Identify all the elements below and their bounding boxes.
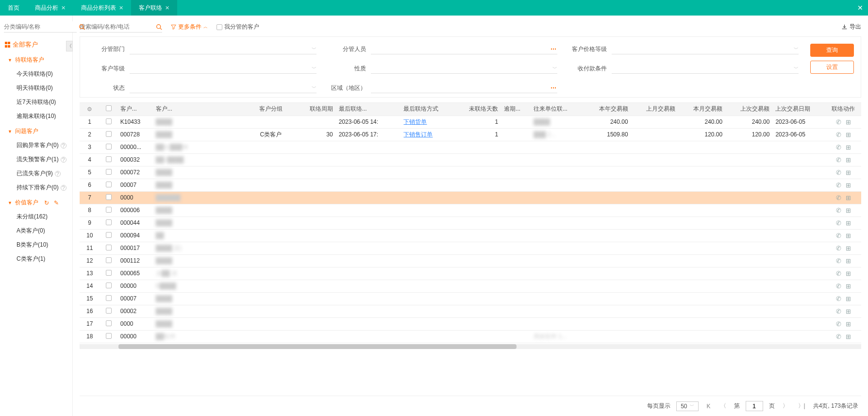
row-checkbox[interactable] xyxy=(106,320,112,326)
table-row[interactable]: 13000065乡██ 涛✆ ⊞ xyxy=(80,267,861,280)
tree-item[interactable]: 逾期未联络(10) xyxy=(3,109,69,123)
col-header[interactable]: 联络周期 xyxy=(295,103,336,116)
col-header[interactable]: 最后联络... xyxy=(336,103,401,116)
table-row[interactable]: 5000072████✆ ⊞ xyxy=(80,166,861,179)
row-checkbox[interactable] xyxy=(106,308,112,314)
more-action-icon[interactable]: ⊞ xyxy=(846,333,851,340)
pager-next-icon[interactable]: 〉 xyxy=(781,402,790,410)
filter-input[interactable]: ⋯ xyxy=(371,83,558,93)
table-row[interactable]: 170000████✆ ⊞ xyxy=(80,317,861,330)
help-icon[interactable]: ? xyxy=(61,143,67,149)
search-icon[interactable] xyxy=(156,24,162,30)
col-header[interactable]: ⚙ xyxy=(80,103,100,116)
contact-action-icon[interactable]: ✆ xyxy=(836,144,841,151)
col-header[interactable]: 客户... xyxy=(117,103,153,116)
more-action-icon[interactable]: ⊞ xyxy=(846,320,851,328)
table-row[interactable]: 12000112████✆ ⊞ xyxy=(80,254,861,267)
filter-input[interactable]: ⋯ xyxy=(371,44,558,54)
tree-group[interactable]: ▼问题客户 xyxy=(3,123,69,138)
contact-action-icon[interactable]: ✆ xyxy=(836,182,841,189)
filter-input[interactable]: ﹀ xyxy=(130,83,317,93)
table-row[interactable]: 4000032██2████✆ ⊞ xyxy=(80,153,861,166)
row-checkbox[interactable] xyxy=(106,333,112,339)
more-action-icon[interactable]: ⊞ xyxy=(846,144,851,151)
col-header[interactable]: 逾期... xyxy=(501,103,531,116)
col-header[interactable]: 客户... xyxy=(153,103,248,116)
query-button[interactable]: 查询 xyxy=(810,44,854,57)
close-all-tabs-icon[interactable]: ✕ xyxy=(857,0,863,16)
table-row[interactable]: 8000006████✆ ⊞ xyxy=(80,204,861,216)
more-action-icon[interactable]: ⊞ xyxy=(846,118,851,126)
contact-action-icon[interactable]: ✆ xyxy=(836,207,841,214)
contact-action-icon[interactable]: ✆ xyxy=(836,308,841,315)
filter-input[interactable]: ﹀ xyxy=(371,63,558,74)
more-action-icon[interactable]: ⊞ xyxy=(846,283,851,290)
more-action-icon[interactable]: ⊞ xyxy=(846,232,851,239)
refresh-icon[interactable]: ↻ xyxy=(44,200,49,206)
more-action-icon[interactable]: ⊞ xyxy=(846,257,851,265)
row-checkbox[interactable] xyxy=(106,156,112,162)
contact-action-icon[interactable]: ✆ xyxy=(836,283,841,290)
table-row[interactable]: 1800000██软件用友软件 1...✆ ⊞ xyxy=(80,330,861,343)
col-header[interactable]: 联络动作 xyxy=(826,103,861,116)
help-icon[interactable]: ? xyxy=(55,171,61,177)
tab-商品分析[interactable]: 商品分析✕ xyxy=(27,0,73,16)
pager-prev-icon[interactable]: 〈 xyxy=(718,402,728,410)
more-action-icon[interactable]: ⊞ xyxy=(846,270,851,277)
table-row[interactable]: 9000044████✆ ⊞ xyxy=(80,216,861,229)
more-action-icon[interactable]: ⊞ xyxy=(846,194,851,201)
more-action-icon[interactable]: ⊞ xyxy=(846,245,851,252)
filter-input[interactable]: ﹀ xyxy=(612,63,799,74)
row-checkbox[interactable] xyxy=(106,257,112,263)
col-header[interactable]: 未联络天数 xyxy=(454,103,501,116)
link[interactable]: 下销售订单 xyxy=(403,131,433,138)
contact-action-icon[interactable]: ✆ xyxy=(836,232,841,239)
tab-商品分析列表[interactable]: 商品分析列表✕ xyxy=(73,0,131,16)
more-action-icon[interactable]: ⊞ xyxy=(846,308,851,315)
contact-action-icon[interactable]: ✆ xyxy=(836,156,841,164)
table-row[interactable]: 1600002████✆ ⊞ xyxy=(80,305,861,317)
contact-action-icon[interactable]: ✆ xyxy=(836,333,841,340)
more-action-icon[interactable]: ⊞ xyxy=(846,182,851,189)
close-icon[interactable]: ✕ xyxy=(61,5,66,11)
export-button[interactable]: 导出 xyxy=(841,23,861,31)
gear-icon[interactable]: ⚙ xyxy=(87,106,92,113)
help-icon[interactable]: ? xyxy=(61,185,67,191)
row-checkbox[interactable] xyxy=(106,207,112,213)
row-checkbox[interactable] xyxy=(106,194,112,200)
row-checkbox[interactable] xyxy=(106,270,112,276)
contact-action-icon[interactable]: ✆ xyxy=(836,194,841,201)
tree-item[interactable]: 明天待联络(0) xyxy=(3,81,69,95)
contact-action-icon[interactable]: ✆ xyxy=(836,270,841,277)
select-all-checkbox[interactable] xyxy=(106,105,112,111)
filter-input[interactable]: ﹀ xyxy=(130,44,317,54)
table-row[interactable]: 2000728████C类客户302023-06-05 17:下销售订单1███… xyxy=(80,128,861,141)
tab-客户联络[interactable]: 客户联络✕ xyxy=(131,0,177,16)
tree-item[interactable]: C类客户(1) xyxy=(3,252,69,266)
row-checkbox[interactable] xyxy=(106,144,112,150)
row-checkbox[interactable] xyxy=(106,232,112,238)
table-row[interactable]: 70000██████✆ ⊞ xyxy=(80,191,861,204)
row-checkbox[interactable] xyxy=(106,283,112,288)
tree-item[interactable]: 未分组(162) xyxy=(3,210,69,224)
col-header[interactable]: 本月交易额 xyxy=(678,103,725,116)
tree-item[interactable]: 近7天待联络(0) xyxy=(3,95,69,109)
row-checkbox[interactable] xyxy=(106,169,112,175)
contact-action-icon[interactable]: ✆ xyxy=(836,131,841,138)
col-header[interactable]: 上月交易额 xyxy=(631,103,678,116)
contact-action-icon[interactable]: ✆ xyxy=(836,169,841,176)
close-icon[interactable]: ✕ xyxy=(165,5,169,11)
contact-action-icon[interactable]: ✆ xyxy=(836,219,841,227)
col-header[interactable]: 本年交易额 xyxy=(584,103,631,116)
table-row[interactable]: 1400000B████✆ ⊞ xyxy=(80,280,861,292)
page-size-select[interactable]: 50 ﹀ xyxy=(676,401,699,411)
main-search-input[interactable] xyxy=(80,21,156,32)
row-checkbox[interactable] xyxy=(106,219,112,225)
contact-action-icon[interactable]: ✆ xyxy=(836,257,841,265)
horizontal-scrollbar[interactable] xyxy=(80,344,861,349)
row-checkbox[interactable] xyxy=(106,245,112,250)
tree-item[interactable]: 持续下滑客户(0)? xyxy=(3,181,69,195)
tree-item[interactable]: 今天待联络(0) xyxy=(3,67,69,81)
row-checkbox[interactable] xyxy=(106,182,112,187)
more-action-icon[interactable]: ⊞ xyxy=(846,131,851,138)
